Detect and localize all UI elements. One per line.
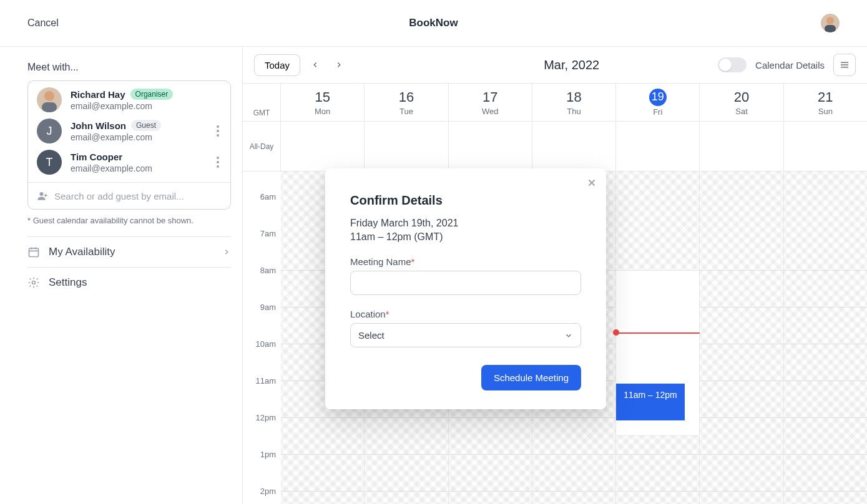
allday-label: All-Day — [243, 122, 281, 171]
prev-week-button[interactable] — [306, 56, 324, 74]
day-grid-col-today[interactable]: 11am – 12pm — [616, 172, 700, 504]
meeting-name-input[interactable] — [350, 271, 581, 295]
timezone-label: GMT — [243, 84, 281, 121]
day-column-header[interactable]: 20Sat — [700, 84, 783, 121]
guest-row-organiser: Richard Hay Organiser email@example.com — [28, 81, 230, 115]
allday-row: All-Day — [243, 122, 867, 172]
location-label: Location* — [350, 309, 581, 319]
menu-button[interactable] — [833, 54, 856, 76]
guest-avatar — [37, 87, 62, 112]
dialog-date: Friday March 19th, 2021 — [350, 218, 581, 229]
day-column-header-today[interactable]: 19Fri — [616, 84, 700, 121]
cancel-button[interactable]: Cancel — [27, 17, 59, 29]
selected-event[interactable]: 11am – 12pm — [616, 384, 685, 420]
guest-footnote: * Guest calendar availability cannot be … — [27, 216, 231, 225]
settings-label: Settings — [49, 276, 87, 289]
hour-label: 8am — [260, 266, 276, 275]
svg-point-7 — [217, 157, 219, 159]
allday-cell[interactable] — [616, 122, 700, 171]
guest-menu-button[interactable] — [214, 123, 222, 139]
day-column-header[interactable]: 21Sun — [784, 84, 867, 121]
svg-point-5 — [217, 130, 219, 132]
guest-email: email@example.com — [71, 132, 161, 142]
guest-search-input[interactable] — [54, 191, 222, 201]
today-button[interactable]: Today — [254, 54, 300, 76]
time-column: 6am 7am 8am 9am 10am 11am 12pm 1pm 2pm — [243, 172, 281, 504]
app-title: BookNow — [409, 17, 458, 29]
svg-rect-11 — [29, 248, 39, 256]
guest-avatar: J — [37, 119, 62, 143]
event-time-label: 11am – 12pm — [624, 390, 677, 400]
hour-label: 1pm — [260, 450, 276, 459]
organiser-badge: Organiser — [130, 89, 174, 100]
my-availability-link[interactable]: My Availability — [27, 237, 231, 267]
hour-label: 6am — [260, 192, 276, 201]
guest-avatar: T — [37, 150, 62, 175]
guest-badge: Guest — [131, 120, 161, 131]
svg-point-6 — [217, 134, 219, 137]
sidebar: Meet with... Richard Hay Organiser email… — [0, 47, 243, 504]
allday-cell[interactable] — [700, 122, 783, 171]
svg-point-9 — [217, 165, 219, 168]
close-button[interactable] — [586, 177, 597, 188]
allday-cell[interactable] — [784, 122, 867, 171]
day-grid-col[interactable] — [700, 172, 783, 504]
guest-name: Richard Hay — [71, 89, 125, 100]
day-column-header[interactable]: 15Mon — [281, 84, 365, 121]
hour-label: 9am — [260, 303, 276, 312]
guest-row: T Tim Cooper email@example.com — [28, 146, 230, 182]
allday-cell[interactable] — [281, 122, 365, 171]
guest-name: Tim Cooper — [71, 152, 122, 162]
calendar-days-header: GMT 15Mon 16Tue 17Wed 18Thu 19Fri 20Sat … — [243, 83, 867, 122]
day-column-header[interactable]: 16Tue — [365, 84, 448, 121]
guest-email: email@example.com — [71, 101, 173, 111]
my-availability-label: My Availability — [49, 246, 115, 258]
day-column-header[interactable]: 17Wed — [449, 84, 532, 121]
schedule-meeting-button[interactable]: Schedule Meeting — [481, 365, 581, 390]
hour-label: 2pm — [260, 487, 276, 496]
svg-point-4 — [217, 125, 219, 128]
dialog-title: Confirm Details — [350, 193, 581, 208]
confirm-details-dialog: Confirm Details Friday March 19th, 2021 … — [325, 168, 606, 409]
guest-search-row — [28, 182, 230, 209]
location-select[interactable]: Select — [350, 323, 581, 347]
hour-label: 7am — [260, 229, 276, 238]
hour-label: 11am — [255, 376, 276, 385]
dialog-time: 11am – 12pm (GMT) — [350, 231, 581, 243]
hour-label: 10am — [255, 339, 276, 349]
calendar-details-label: Calendar Details — [755, 60, 825, 70]
calendar-toolbar: Today Mar, 2022 Calendar Details — [243, 47, 867, 83]
calendar-details-toggle[interactable] — [718, 57, 747, 72]
now-indicator-line — [616, 332, 700, 334]
calendar-month-title: Mar, 2022 — [544, 58, 599, 72]
guest-name: John Wilson — [71, 120, 126, 131]
svg-point-0 — [826, 17, 834, 24]
location-select-value: Select — [358, 330, 385, 341]
now-indicator-dot — [613, 329, 619, 336]
user-avatar[interactable] — [821, 14, 840, 32]
calendar-panel: Today Mar, 2022 Calendar Details GMT 15M… — [243, 47, 867, 504]
svg-point-10 — [40, 192, 44, 196]
chevron-down-icon — [564, 331, 573, 340]
meeting-name-label: Meeting Name* — [350, 256, 581, 267]
next-week-button[interactable] — [330, 56, 348, 74]
guest-email: email@example.com — [71, 163, 152, 173]
allday-cell[interactable] — [532, 122, 616, 171]
svg-rect-3 — [42, 102, 57, 112]
day-column-header[interactable]: 18Thu — [532, 84, 616, 121]
svg-rect-1 — [825, 25, 836, 32]
add-guest-icon — [37, 190, 48, 201]
allday-cell[interactable] — [449, 122, 532, 171]
meet-with-label: Meet with... — [27, 62, 231, 73]
guests-card: Richard Hay Organiser email@example.com … — [27, 80, 231, 210]
gear-icon — [27, 276, 40, 289]
allday-cell[interactable] — [365, 122, 448, 171]
settings-link[interactable]: Settings — [27, 268, 231, 298]
chevron-right-icon — [222, 248, 231, 256]
calendar-icon — [27, 246, 40, 258]
svg-point-8 — [217, 161, 219, 163]
guest-menu-button[interactable] — [214, 154, 222, 170]
hour-label: 12pm — [255, 413, 276, 422]
day-grid-col[interactable] — [784, 172, 867, 504]
topbar: Cancel BookNow — [0, 0, 867, 47]
